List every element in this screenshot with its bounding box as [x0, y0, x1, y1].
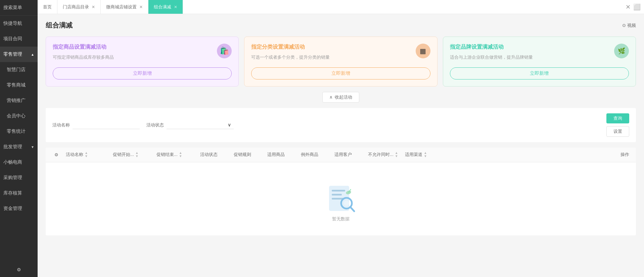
sidebar-item-label: 批发管理 [3, 144, 22, 150]
tab-close-icon[interactable]: ✕ [92, 5, 95, 9]
category-card-title: 指定分类设置满减活动 [251, 44, 430, 51]
tab-combo-discount[interactable]: 组合满减 ✕ [148, 0, 183, 14]
empty-text: 暂无数据 [332, 216, 350, 222]
brand-card-add-button[interactable]: 立即新增 [450, 67, 629, 79]
th-label: 适用渠道 [405, 152, 422, 158]
data-table: ⚙ 活动名称 ▲▼ 促销开始... ▲▼ 促销结束... ▲▼ 活动状态 促销 [46, 148, 636, 235]
sort-icon: ▲▼ [179, 151, 182, 158]
th-not-allow: 不允许同时... ▲▼ [365, 151, 402, 158]
video-link[interactable]: ⊙ 视频 [622, 22, 636, 29]
th-label: 促销规则 [234, 152, 251, 158]
activity-status-field: 活动状态 ∨ [146, 121, 234, 129]
sidebar-item-quick-nav[interactable]: 快捷导航 [0, 16, 38, 31]
sidebar-item-marketing[interactable]: 营销推广 [0, 93, 38, 108]
sidebar: 搜索菜单 快捷导航 项目合同 零售管理 ▲ 智慧门店 零售商城 营销推广 会员中… [0, 0, 38, 277]
chevron-down-icon: ∨ [228, 122, 231, 127]
sidebar-item-retail-mall[interactable]: 零售商城 [0, 77, 38, 93]
th-label: 不允许同时... [368, 152, 394, 158]
svg-point-6 [344, 201, 349, 206]
chevron-down-icon: ▼ [31, 145, 34, 149]
activity-name-field: 活动名称 [52, 121, 140, 129]
th-label: 促销结束... [156, 152, 178, 158]
sidebar-search[interactable]: 搜索菜单 [0, 0, 38, 16]
tab-bar: 首页 门店商品目录 ✕ 微商城店铺设置 ✕ 组合满减 ✕ ✕ ⬜ [38, 0, 644, 14]
table-header: ⚙ 活动名称 ▲▼ 促销开始... ▲▼ 促销结束... ▲▼ 活动状态 促销 [46, 148, 636, 162]
sidebar-item-project-contract[interactable]: 项目合同 [0, 31, 38, 47]
sidebar-item-xiaochangec[interactable]: 小畅电商 [0, 155, 38, 170]
video-label: 视频 [627, 22, 636, 29]
activity-name-label: 活动名称 [52, 122, 70, 128]
sidebar-item-label: 小畅电商 [3, 159, 22, 165]
sidebar-item-label: 营销推广 [7, 98, 26, 104]
sidebar-item-purchase-mgmt[interactable]: 采购管理 [0, 170, 38, 185]
th-activity-name: 活动名称 ▲▼ [63, 151, 110, 158]
sidebar-item-label: 快捷导航 [3, 20, 22, 26]
sidebar-item-wholesale-mgmt[interactable]: 批发管理 ▼ [0, 139, 38, 155]
collapse-activities-button[interactable]: ∧ 收起活动 [322, 92, 359, 103]
sidebar-item-label: 资金管理 [3, 206, 22, 212]
tab-home[interactable]: 首页 [38, 0, 57, 14]
goods-card-add-button[interactable]: 立即新增 [53, 67, 232, 79]
th-applicable-goods: 适用商品 [265, 152, 298, 158]
sidebar-item-label: 零售商城 [7, 82, 26, 88]
brand-card-title: 指定品牌设置满减活动 [450, 44, 629, 51]
brand-card-icon: 🌿 [614, 44, 629, 58]
tab-label: 门店商品目录 [63, 4, 89, 10]
goods-card-desc: 可指定滞销商品或库存较多商品 [53, 54, 232, 61]
category-card-add-button[interactable]: 立即新增 [251, 67, 430, 79]
sidebar-item-member-center[interactable]: 会员中心 [0, 108, 38, 124]
chevron-up-icon: ▲ [31, 53, 34, 56]
activity-status-select[interactable]: ∨ [167, 121, 234, 129]
category-activity-card: ▦ 指定分类设置满减活动 可选一个或者多个分类，提升分类的销量 立即新增 [244, 37, 437, 87]
th-label: 活动状态 [200, 152, 218, 158]
search-actions: 查询 设置 [606, 113, 629, 137]
goods-card-title: 指定商品设置满减活动 [53, 44, 232, 51]
sidebar-item-label: 零售管理 [3, 51, 22, 57]
brand-activity-card: 🌿 指定品牌设置满减活动 适合与上游企业联合做营销，提升品牌销量 立即新增 [443, 37, 636, 87]
page-content: 组合满减 ⊙ 视频 🛍️ 指定商品设置满减活动 可指定滞销商品或库存较多商品 立… [38, 14, 644, 277]
th-gear[interactable]: ⚙ [50, 152, 63, 157]
th-promo-end: 促销结束... ▲▼ [154, 151, 197, 158]
th-label: 操作 [620, 152, 629, 158]
play-circle-icon: ⊙ [622, 23, 626, 28]
query-button[interactable]: 查询 [606, 113, 629, 123]
sidebar-item-retail-management[interactable]: 零售管理 ▲ [0, 47, 38, 62]
maximize-window-button[interactable]: ⬜ [633, 3, 641, 11]
sidebar-item-label: 库存核算 [3, 190, 22, 196]
sidebar-item-inventory-calc[interactable]: 库存核算 [0, 185, 38, 201]
th-action: 操作 [439, 152, 632, 158]
th-label: 活动名称 [66, 152, 83, 158]
svg-rect-2 [332, 194, 342, 196]
tab-label: 组合满减 [154, 4, 171, 10]
sidebar-item-label: 项目合同 [3, 36, 22, 42]
sidebar-item-smart-store[interactable]: 智慧门店 [0, 62, 38, 77]
sidebar-item-label: 智慧门店 [7, 67, 26, 73]
sidebar-item-finance-mgmt[interactable]: 资金管理 [0, 201, 38, 216]
sort-icon: ▲▼ [135, 151, 139, 158]
tab-close-icon[interactable]: ✕ [139, 5, 143, 9]
th-label: 促销开始... [113, 152, 134, 158]
brand-card-desc: 适合与上游企业联合做营销，提升品牌销量 [450, 54, 629, 61]
sidebar-item-retail-stats[interactable]: 零售统计 [0, 124, 38, 139]
tab-label: 微商城店铺设置 [106, 4, 137, 10]
empty-state: 暂无数据 [46, 162, 636, 235]
tab-close-icon[interactable]: ✕ [174, 5, 177, 9]
th-activity-status: 活动状态 [197, 152, 231, 158]
activity-name-input[interactable] [73, 121, 140, 129]
goods-card-icon: 🛍️ [217, 44, 232, 58]
activity-status-label: 活动状态 [146, 122, 164, 128]
sidebar-settings-btn[interactable]: ⚙ [0, 262, 38, 277]
page-header: 组合满减 ⊙ 视频 [46, 21, 636, 30]
th-promo-rule: 促销规则 [231, 152, 265, 158]
sort-icon: ▲▼ [85, 151, 88, 158]
th-promo-start: 促销开始... ▲▼ [110, 151, 154, 158]
sidebar-item-label: 采购管理 [3, 175, 22, 181]
tab-store-catalog[interactable]: 门店商品目录 ✕ [57, 0, 101, 14]
empty-illustration [322, 182, 359, 216]
tab-wechat-store[interactable]: 微商城店铺设置 ✕ [101, 0, 148, 14]
svg-line-5 [350, 207, 354, 211]
close-window-button[interactable]: ✕ [626, 3, 631, 11]
search-bar: 活动名称 活动状态 ∨ 查询 设置 [46, 108, 636, 142]
setting-button[interactable]: 设置 [606, 126, 629, 137]
tab-bar-actions: ✕ ⬜ [622, 3, 644, 11]
